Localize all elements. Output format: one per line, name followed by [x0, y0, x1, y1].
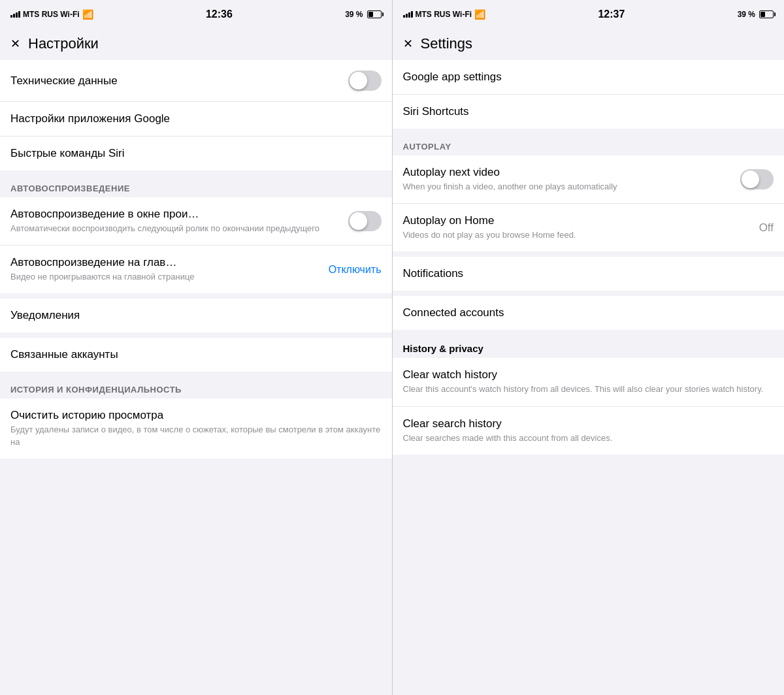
right-autoplay-header-bg: AUTOPLAY [393, 134, 785, 155]
left-google-app-item[interactable]: Настройки приложения Google [0, 102, 392, 137]
left-history-group: Очистить историю просмотра Будут удалены… [0, 398, 392, 458]
right-notifications-group: Notifications [393, 257, 785, 291]
left-tech-data-toggle[interactable] [348, 71, 382, 91]
right-page-title: Settings [421, 35, 473, 52]
left-tech-data-title: Технические данные [10, 74, 348, 88]
right-wifi-icon: 📶 [474, 9, 485, 20]
right-siri-title: Siri Shortcuts [403, 105, 469, 118]
left-tech-data-item[interactable]: Технические данные [0, 60, 392, 102]
right-siri-item[interactable]: Siri Shortcuts [393, 95, 785, 129]
left-header: ✕ Настройки [0, 29, 392, 60]
right-autoplay-home-title: Autoplay on Home [403, 214, 759, 227]
left-google-app-title: Настройки приложения Google [10, 112, 382, 125]
right-clear-search-subtitle: Clear searches made with this account fr… [403, 432, 774, 444]
right-history-header-bg: History & privacy [393, 335, 785, 358]
right-battery-icon [759, 10, 774, 18]
left-carrier: MTS RUS Wi-Fi [23, 10, 80, 19]
left-battery-pct: 39 % [345, 10, 363, 19]
left-time: 12:36 [206, 8, 233, 20]
right-autoplay-group: Autoplay next video When you finish a vi… [393, 155, 785, 251]
left-notifications-item[interactable]: Уведомления [0, 299, 392, 332]
right-header: ✕ Settings [393, 29, 785, 60]
right-clear-watch-title: Clear watch history [403, 368, 774, 381]
right-time: 12:37 [598, 8, 625, 20]
left-history-section-header: История и конфиденциальность [0, 377, 392, 398]
right-google-app-title: Google app settings [403, 71, 502, 84]
left-connected-group: Связанные аккаунты [0, 338, 392, 372]
left-page-title: Настройки [28, 35, 99, 52]
left-autoplay-window-item[interactable]: Автовоспроизведение в окне прои… Автомат… [0, 197, 392, 246]
left-battery-icon [367, 10, 382, 18]
left-siri-title: Быстрые команды Siri [10, 147, 382, 160]
right-autoplay-home-item[interactable]: Autoplay on Home Videos do not play as y… [393, 204, 785, 251]
left-autoplay-window-toggle[interactable] [348, 211, 382, 231]
left-autoplay-home-item[interactable]: Автовоспроизведение на глав… Видео не пр… [0, 246, 392, 293]
left-autoplay-window-title: Автовоспроизведение в окне прои… [10, 208, 348, 221]
right-autoplay-section-header: AUTOPLAY [393, 134, 785, 155]
right-scroll-content: Google app settings Siri Shortcuts AUTOP… [393, 60, 785, 695]
right-close-button[interactable]: ✕ [403, 37, 413, 51]
right-carrier: MTS RUS Wi-Fi [416, 10, 472, 19]
right-clear-watch-item[interactable]: Clear watch history Clear this account's… [393, 358, 785, 406]
right-general-group: Google app settings Siri Shortcuts [393, 60, 785, 129]
left-wifi-icon: 📶 [82, 9, 93, 20]
right-status-right: 39 % [738, 10, 774, 19]
right-panel: MTS RUS Wi-Fi 📶 12:37 39 % ✕ Settings Go… [393, 0, 785, 695]
left-history-header-bg: История и конфиденциальность [0, 377, 392, 398]
right-connected-group: Connected accounts [393, 296, 785, 330]
left-status-right: 39 % [345, 10, 381, 19]
right-autoplay-next-subtitle: When you finish a video, another one pla… [403, 181, 741, 193]
right-autoplay-next-toggle[interactable] [740, 169, 774, 189]
right-clear-search-title: Clear search history [403, 417, 774, 430]
left-clear-watch-item[interactable]: Очистить историю просмотра Будут удалены… [0, 398, 392, 458]
left-connected-title: Связанные аккаунты [10, 348, 118, 361]
left-status-left: MTS RUS Wi-Fi 📶 [10, 9, 93, 20]
right-signal-icon [403, 11, 413, 18]
right-google-app-item[interactable]: Google app settings [393, 60, 785, 95]
right-notifications-item[interactable]: Notifications [393, 257, 785, 291]
right-clear-search-item[interactable]: Clear search history Clear searches made… [393, 407, 785, 455]
left-general-group: Технические данные Настройки приложения … [0, 60, 392, 170]
right-notifications-title: Notifications [403, 267, 464, 280]
right-autoplay-next-item[interactable]: Autoplay next video When you finish a vi… [393, 155, 785, 204]
left-autoplay-home-value: Отключить [329, 264, 382, 276]
left-panel: MTS RUS Wi-Fi 📶 12:36 39 % ✕ Настройки Т… [0, 0, 392, 695]
left-status-bar: MTS RUS Wi-Fi 📶 12:36 39 % [0, 0, 392, 29]
left-autoplay-header-bg: АВТОВОСПРОИЗВЕДЕНИЕ [0, 176, 392, 197]
right-status-bar: MTS RUS Wi-Fi 📶 12:37 39 % [393, 0, 785, 29]
left-clear-watch-subtitle: Будут удалены записи о видео, в том числ… [10, 424, 382, 447]
left-scroll-content: Технические данные Настройки приложения … [0, 60, 392, 695]
right-status-left: MTS RUS Wi-Fi 📶 [403, 9, 486, 20]
right-history-group: Clear watch history Clear this account's… [393, 358, 785, 454]
right-connected-item[interactable]: Connected accounts [393, 296, 785, 330]
left-notifications-group: Уведомления [0, 299, 392, 332]
right-autoplay-home-value: Off [759, 221, 774, 234]
right-connected-title: Connected accounts [403, 306, 504, 319]
left-autoplay-group: Автовоспроизведение в окне прои… Автомат… [0, 197, 392, 293]
left-clear-watch-title: Очистить историю просмотра [10, 409, 382, 422]
right-autoplay-next-title: Autoplay next video [403, 166, 741, 179]
left-close-button[interactable]: ✕ [10, 37, 20, 51]
right-autoplay-home-subtitle: Videos do not play as you browse Home fe… [403, 229, 759, 241]
left-notifications-title: Уведомления [10, 309, 80, 322]
right-clear-watch-subtitle: Clear this account's watch history from … [403, 383, 774, 395]
left-autoplay-window-subtitle: Автоматически воспроизводить следующий р… [10, 223, 348, 234]
left-siri-item[interactable]: Быстрые команды Siri [0, 137, 392, 170]
left-autoplay-home-title: Автовоспроизведение на глав… [10, 256, 329, 269]
left-autoplay-section-header: АВТОВОСПРОИЗВЕДЕНИЕ [0, 176, 392, 197]
left-autoplay-home-subtitle: Видео не проигрываются на главной страни… [10, 271, 329, 283]
left-connected-item[interactable]: Связанные аккаунты [0, 338, 392, 372]
left-signal-icon [10, 11, 20, 18]
right-battery-pct: 39 % [738, 10, 755, 19]
right-history-section-header: History & privacy [393, 335, 785, 358]
